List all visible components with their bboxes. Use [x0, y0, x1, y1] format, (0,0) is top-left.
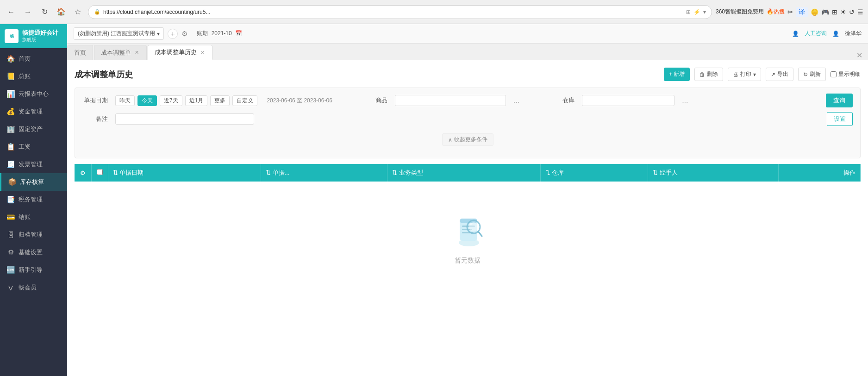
- bookmark-button[interactable]: ☆: [71, 6, 84, 19]
- sidebar-icon-inventory: 📦: [8, 178, 16, 186]
- company-selector[interactable]: (勿删勿禁用) 江西服宝测试专用 ▾: [74, 27, 164, 40]
- setting-button[interactable]: 设置: [827, 112, 853, 126]
- th-checkbox[interactable]: [91, 164, 108, 182]
- expand-icon: ⊞: [686, 9, 691, 15]
- print-button[interactable]: 🖨 打印 ▾: [728, 68, 761, 81]
- url-bar[interactable]: 🔒 https://cloud.chanjet.com/accounting/u…: [88, 5, 712, 19]
- sidebar-item-invoice[interactable]: 🧾 发票管理: [0, 156, 67, 173]
- sidebar-item-funds[interactable]: 💰 资金管理: [0, 103, 67, 120]
- warehouse-input[interactable]: [582, 95, 674, 106]
- collapse-button[interactable]: ∧ 收起更多条件: [442, 133, 493, 146]
- th-number[interactable]: ⇅ 单据...: [261, 164, 387, 182]
- app-subtitle: 旗舰版: [22, 37, 58, 43]
- consultant-label[interactable]: 人工咨询: [805, 30, 827, 38]
- refresh-icon: ↻: [803, 71, 808, 78]
- sidebar-item-vip[interactable]: V 畅会员: [0, 279, 67, 296]
- sidebar-item-payroll[interactable]: 📋 工资: [0, 138, 67, 156]
- top-bar: (勿删勿禁用) 江西服宝测试专用 ▾ + ⚙ 账期 2021-10 📅 👤 人工…: [67, 24, 868, 44]
- note-input[interactable]: [115, 113, 254, 125]
- tab-cost-adjust-history[interactable]: 成本调整单历史 ✕: [148, 45, 212, 60]
- settings-gear-icon[interactable]: ⚙: [181, 30, 187, 38]
- today-btn[interactable]: 今天: [137, 95, 157, 106]
- date-filter-row: 单据日期 昨天 今天 近7天 近1月 更多 自定义 2023-06-06 至 2…: [82, 94, 853, 107]
- hot-search-badge[interactable]: 🔥热搜: [767, 8, 785, 16]
- main-content: (勿删勿禁用) 江西服宝测试专用 ▾ + ⚙ 账期 2021-10 📅 👤 人工…: [67, 24, 868, 376]
- export-button[interactable]: ↗ 导出: [766, 68, 793, 81]
- translate-icon[interactable]: 译: [796, 7, 808, 17]
- th-operator[interactable]: ⇅ 经手人: [648, 164, 778, 182]
- tab-cost-adjust[interactable]: 成本调整单 ✕: [94, 45, 147, 60]
- sun-icon[interactable]: ☀: [840, 8, 846, 16]
- scissors-icon[interactable]: ✂: [787, 8, 793, 16]
- th-biz-type[interactable]: ⇅ 业务类型: [387, 164, 540, 182]
- add-company-button[interactable]: +: [168, 29, 178, 39]
- sidebar-item-archive[interactable]: 🗄 归档管理: [0, 226, 67, 244]
- forward-button[interactable]: →: [21, 6, 34, 19]
- show-detail-checkbox-label[interactable]: 显示明细: [831, 70, 861, 78]
- sidebar-label-assets: 固定资产: [19, 125, 43, 133]
- th-operations: 操作: [778, 164, 860, 182]
- collapse-up-icon: ∧: [448, 137, 452, 143]
- empty-state: 暂元数据: [75, 182, 861, 293]
- reload-button[interactable]: ↻: [38, 6, 51, 19]
- tab-cost-adjust-label: 成本调整单: [101, 49, 131, 57]
- tab-cost-adjust-close[interactable]: ✕: [134, 50, 140, 56]
- browser-right-controls: 360智能抠图免费用 🔥热搜 ✂ 译 🪙 🎮 ⊞ ☀ ↺ ☰: [716, 7, 863, 17]
- close-all-button[interactable]: ✕: [851, 51, 868, 60]
- product-input[interactable]: [395, 95, 506, 106]
- grid-icon[interactable]: ⊞: [832, 8, 837, 16]
- refresh-button[interactable]: ↻ 刷新: [798, 68, 826, 81]
- calendar-icon[interactable]: 📅: [235, 30, 242, 37]
- 1month-btn[interactable]: 近1月: [185, 95, 208, 106]
- sidebar-item-ledger[interactable]: 📒 总账: [0, 68, 67, 85]
- 7days-btn[interactable]: 近7天: [160, 95, 182, 106]
- sidebar-item-reports[interactable]: 📊 云报表中心: [0, 85, 67, 103]
- sidebar-item-tax[interactable]: 📑 税务管理: [0, 191, 67, 208]
- th-date[interactable]: ⇅ 单据日期: [108, 164, 261, 182]
- query-button[interactable]: 查询: [826, 94, 853, 107]
- custom-btn[interactable]: 自定义: [232, 95, 257, 106]
- delete-button[interactable]: 🗑 删除: [694, 68, 723, 81]
- game-icon[interactable]: 🎮: [821, 8, 829, 16]
- add-button[interactable]: + 新增: [664, 68, 690, 81]
- sidebar: 畅 畅捷通好会计 旗舰版 🏠 首页 📒 总账 📊 云报表中心 💰 资金管理 🏢 …: [0, 24, 67, 376]
- th-warehouse[interactable]: ⇅ 仓库: [540, 164, 648, 182]
- sidebar-header: 畅 畅捷通好会计 旗舰版: [0, 24, 67, 48]
- warehouse-label: 仓库: [549, 96, 575, 105]
- sidebar-item-settings[interactable]: ⚙ 基础设置: [0, 244, 67, 261]
- consultant-icon: 👤: [792, 31, 799, 37]
- user-label[interactable]: 徐泽华: [845, 30, 862, 38]
- sidebar-icon-home: 🏠: [6, 55, 15, 63]
- collapse-row: ∧ 收起更多条件: [82, 131, 853, 149]
- product-more-btn[interactable]: ...: [513, 96, 519, 105]
- th-settings[interactable]: ⚙: [75, 164, 91, 182]
- ssl-icon: 🔒: [94, 9, 100, 15]
- action-btns: 查询: [826, 94, 853, 107]
- sidebar-item-inventory[interactable]: 📦 库存核算: [0, 173, 67, 191]
- warehouse-more-btn[interactable]: ...: [682, 96, 688, 105]
- sidebar-item-guide[interactable]: 🆕 新手引导: [0, 261, 67, 279]
- sidebar-item-assets[interactable]: 🏢 固定资产: [0, 120, 67, 138]
- sidebar-item-home[interactable]: 🏠 首页: [0, 50, 67, 68]
- sidebar-label-funds: 资金管理: [19, 107, 43, 116]
- company-dropdown-icon: ▾: [157, 31, 160, 37]
- sidebar-item-settlement[interactable]: 💳 结账: [0, 208, 67, 226]
- page-area: 成本调整单历史 + 新增 🗑 删除 🖨 打印 ▾ ↗ 导出: [67, 60, 868, 376]
- yesterday-btn[interactable]: 昨天: [115, 95, 135, 106]
- undo-icon[interactable]: ↺: [849, 8, 855, 16]
- tab-home-label: 首页: [74, 49, 86, 57]
- sidebar-icon-payroll: 📋: [6, 143, 15, 151]
- select-all-checkbox[interactable]: [97, 169, 103, 175]
- menu-icon[interactable]: ☰: [857, 8, 863, 16]
- tab-cost-adjust-history-close[interactable]: ✕: [200, 50, 206, 56]
- note-label: 备注: [82, 115, 108, 123]
- coin-icon[interactable]: 🪙: [811, 8, 818, 16]
- more-btn[interactable]: 更多: [210, 95, 230, 106]
- home-button[interactable]: 🏠: [55, 6, 68, 19]
- tab-bar: 首页 成本调整单 ✕ 成本调整单历史 ✕ ✕: [67, 44, 868, 60]
- chevron-down-icon[interactable]: ▾: [703, 9, 706, 15]
- show-detail-checkbox[interactable]: [831, 71, 837, 77]
- back-button[interactable]: ←: [5, 6, 18, 19]
- tab-home[interactable]: 首页: [67, 45, 93, 60]
- page-title: 成本调整单历史: [75, 69, 133, 80]
